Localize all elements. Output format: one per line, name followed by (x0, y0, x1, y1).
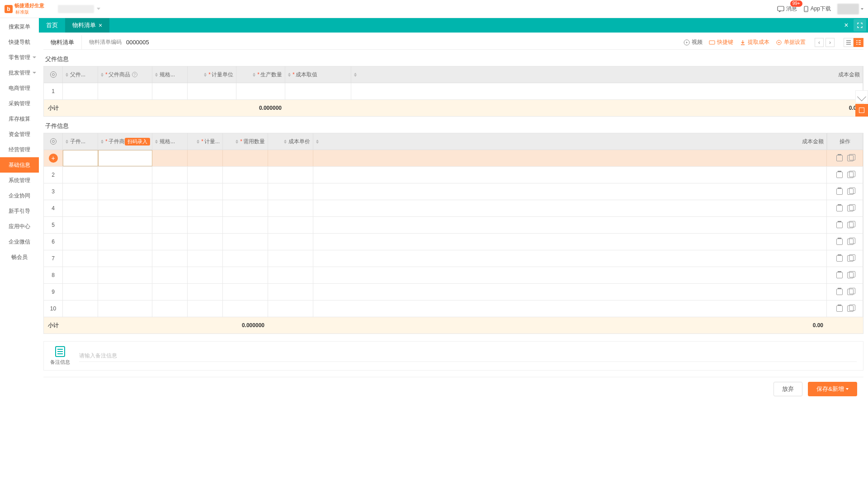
float-edit-button[interactable] (855, 90, 868, 103)
sidebar-item[interactable]: 采购管理 (0, 96, 39, 111)
tabs-fullscreen-button[interactable] (854, 19, 866, 32)
table-row[interactable]: 4 (44, 200, 863, 217)
tabs-close-all-button[interactable]: × (840, 19, 853, 32)
copy-row-button[interactable] (847, 188, 854, 195)
copy-row-button[interactable] (847, 155, 854, 161)
sidebar-item[interactable]: 经营管理 (0, 142, 39, 157)
help-icon[interactable]: ? (132, 72, 137, 77)
table-row[interactable]: 1 (44, 83, 863, 100)
col-child-product[interactable]: *子件商扫码录入 (98, 133, 152, 150)
row-ops (827, 183, 863, 200)
copy-row-button[interactable] (847, 172, 854, 178)
column-settings-button[interactable] (44, 133, 63, 150)
messages-button[interactable]: 消息 99+ (777, 5, 797, 13)
delete-row-button[interactable] (836, 222, 843, 228)
col-child-needqty[interactable]: *需用数量 (223, 133, 268, 150)
view-form-button[interactable] (854, 38, 863, 47)
column-settings-button[interactable] (44, 66, 63, 83)
app-download-button[interactable]: App下载 (803, 5, 831, 13)
copy-row-button[interactable] (847, 255, 854, 262)
copy-row-button[interactable] (847, 305, 854, 312)
table-row[interactable]: 9 (44, 284, 863, 300)
sidebar-item[interactable]: 畅会员 (0, 249, 39, 265)
tab-home-label: 首页 (46, 21, 58, 29)
action-video[interactable]: 视频 (684, 38, 703, 46)
col-child-code[interactable]: 子件... (63, 133, 98, 150)
download-icon (803, 6, 809, 12)
row-index: 4 (44, 200, 63, 216)
app-download-label: App下载 (811, 5, 831, 13)
sidebar-item[interactable]: 资金管理 (0, 127, 39, 142)
sidebar-item[interactable]: 基础信息 (0, 157, 39, 173)
delete-row-button[interactable] (836, 172, 843, 178)
float-expand-button[interactable] (855, 104, 868, 117)
col-parent-unit[interactable]: *计量单位 (188, 66, 236, 83)
pager-next[interactable]: › (826, 38, 835, 47)
col-parent-code[interactable]: 父件... (63, 66, 98, 83)
user-menu[interactable] (837, 4, 863, 14)
col-child-unitcost[interactable]: 成本单价 (268, 133, 313, 150)
brand-name: 畅捷通好生意 (14, 2, 44, 9)
delete-row-button[interactable] (836, 155, 843, 161)
copy-row-button[interactable] (847, 222, 854, 228)
col-child-spec[interactable]: 规格... (152, 133, 188, 150)
sidebar-item[interactable]: 新手引导 (0, 203, 39, 219)
discard-button[interactable]: 放弃 (774, 382, 802, 396)
table-row[interactable]: 8 (44, 267, 863, 284)
delete-row-button[interactable] (836, 205, 843, 211)
scan-entry-button[interactable]: 扫码录入 (125, 138, 150, 145)
delete-row-button[interactable] (836, 255, 843, 262)
save-add-button[interactable]: 保存&新增 (808, 382, 857, 396)
list-icon (846, 40, 851, 45)
copy-row-button[interactable] (847, 205, 854, 211)
col-child-unit[interactable]: *计量... (188, 133, 223, 150)
action-extract-cost[interactable]: 提取成本 (740, 38, 769, 46)
sidebar-item[interactable]: 企业协同 (0, 188, 39, 203)
table-row[interactable]: 2 (44, 167, 863, 183)
svg-point-6 (778, 42, 780, 43)
col-parent-costbasis[interactable]: *成本取值 (285, 66, 351, 83)
delete-row-button[interactable] (836, 272, 843, 278)
extract-icon (740, 39, 746, 46)
delete-row-button[interactable] (836, 289, 843, 295)
sidebar-item[interactable]: 企业微信 (0, 234, 39, 249)
sidebar-item[interactable]: 零售管理 (0, 50, 39, 65)
company-selector[interactable] (58, 5, 100, 13)
sidebar-item[interactable]: 快捷导航 (0, 34, 39, 50)
view-list-button[interactable] (844, 38, 854, 47)
col-child-costamount[interactable]: 成本金额 (313, 133, 827, 150)
sidebar-item[interactable]: 搜索菜单 (0, 19, 39, 34)
sidebar-item[interactable]: 库存核算 (0, 111, 39, 127)
table-row[interactable]: 3 (44, 183, 863, 200)
remark-input[interactable] (79, 350, 857, 362)
copy-row-button[interactable] (847, 239, 854, 245)
table-row[interactable]: 5 (44, 217, 863, 234)
table-row[interactable]: 6 (44, 234, 863, 250)
action-doc-settings[interactable]: 单据设置 (776, 38, 806, 46)
tab-bom-label: 物料清单 (72, 21, 96, 29)
pager-prev[interactable]: ‹ (815, 38, 824, 47)
col-parent-product[interactable]: *父件商品? (98, 66, 152, 83)
copy-row-button[interactable] (847, 272, 854, 278)
copy-row-button[interactable] (847, 289, 854, 295)
gear-icon (50, 138, 57, 145)
action-shortcut[interactable]: 快捷键 (709, 38, 733, 46)
close-icon[interactable]: × (99, 22, 102, 28)
col-parent-prodqty[interactable]: *生产数量 (236, 66, 285, 83)
table-row[interactable]: 10 (44, 300, 863, 317)
table-row[interactable]: 7 (44, 250, 863, 267)
tab-bom[interactable]: 物料清单 × (65, 18, 109, 33)
delete-row-button[interactable] (836, 188, 843, 195)
col-parent-spec[interactable]: 规格... (152, 66, 188, 83)
add-row-button[interactable]: + (49, 154, 58, 163)
sidebar-item[interactable]: 电商管理 (0, 80, 39, 96)
sidebar-item[interactable]: 应用中心 (0, 219, 39, 234)
remark-section: 备注信息 (43, 341, 863, 371)
delete-row-button[interactable] (836, 305, 843, 312)
sidebar-item[interactable]: 系统管理 (0, 173, 39, 188)
delete-row-button[interactable] (836, 239, 843, 245)
col-parent-costamount[interactable]: 成本金额 (351, 66, 863, 83)
tab-home[interactable]: 首页 (39, 18, 65, 33)
sidebar-item[interactable]: 批发管理 (0, 65, 39, 80)
table-row[interactable]: + (44, 150, 863, 167)
